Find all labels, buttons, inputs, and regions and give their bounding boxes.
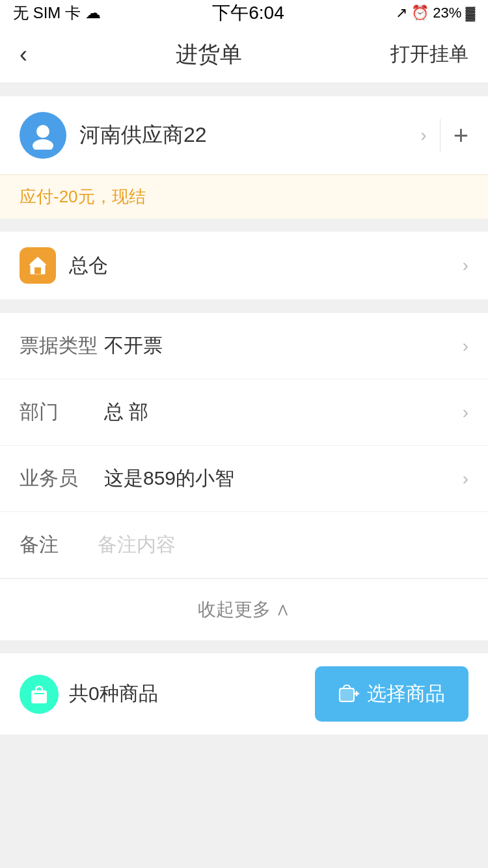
salesman-value: 这是859的小智 <box>104 465 463 492</box>
svg-point-1 <box>33 139 53 150</box>
add-to-cart-icon <box>338 683 360 705</box>
select-product-label: 选择商品 <box>367 681 445 707</box>
department-row[interactable]: 部门 总 部 › <box>0 379 488 446</box>
supplier-avatar <box>20 112 66 159</box>
battery-text: 23% <box>433 5 461 21</box>
salesman-row[interactable]: 业务员 这是859的小智 › <box>0 446 488 512</box>
section-divider-3 <box>0 300 488 313</box>
battery-icon: ▓ <box>465 6 475 21</box>
page-title: 进货单 <box>176 40 242 70</box>
ticket-type-chevron-icon: › <box>463 336 468 357</box>
collapse-button[interactable]: 收起更多 ∧ <box>0 578 488 640</box>
department-chevron-icon: › <box>463 402 468 423</box>
ticket-type-row[interactable]: 票据类型 不开票 › <box>0 313 488 379</box>
warehouse-row[interactable]: 总仓 › <box>0 232 488 300</box>
section-divider-2 <box>0 219 488 232</box>
warehouse-name: 总仓 <box>69 252 463 279</box>
salesman-chevron-icon: › <box>463 468 468 489</box>
add-supplier-button[interactable]: + <box>454 122 468 148</box>
ticket-type-label: 票据类型 <box>20 332 98 359</box>
department-label: 部门 <box>20 399 98 426</box>
svg-rect-6 <box>340 688 354 701</box>
remark-row[interactable]: 备注 备注内容 <box>0 512 488 578</box>
nav-bar: ‹ 进货单 打开挂单 <box>0 26 488 83</box>
svg-rect-5 <box>34 693 44 694</box>
shopping-bag-icon <box>27 683 51 706</box>
svg-rect-3 <box>34 267 41 274</box>
svg-rect-4 <box>31 690 47 703</box>
warehouse-icon-wrap <box>20 247 56 284</box>
supplier-chevron-icon: › <box>420 125 426 146</box>
select-product-button[interactable]: 选择商品 <box>315 666 468 722</box>
status-time: 下午6:04 <box>212 1 284 25</box>
department-value: 总 部 <box>104 399 463 426</box>
remark-placeholder: 备注内容 <box>98 532 176 558</box>
svg-point-0 <box>36 125 49 138</box>
supplier-actions: › + <box>420 119 468 152</box>
location-icon: ↗ <box>396 5 407 21</box>
vertical-divider <box>440 119 441 152</box>
open-pending-button[interactable]: 打开挂单 <box>390 41 468 68</box>
warehouse-chevron-icon: › <box>463 255 468 276</box>
status-right: ↗ ⏰ 23% ▓ <box>396 5 475 21</box>
person-icon <box>29 121 57 150</box>
sim-status: 无 SIM 卡 ☁ <box>13 3 101 23</box>
alarm-icon: ⏰ <box>411 5 429 21</box>
product-count-row: 共0种商品 <box>20 675 158 714</box>
product-count-text: 共0种商品 <box>69 681 158 707</box>
ticket-type-value: 不开票 <box>104 332 463 359</box>
bottom-bar: 共0种商品 选择商品 <box>0 653 488 735</box>
remark-label: 备注 <box>20 532 98 558</box>
notice-banner: 应付-20元，现结 <box>0 174 488 219</box>
supplier-row[interactable]: 河南供应商22 › + <box>0 96 488 174</box>
back-button[interactable]: ‹ <box>20 43 27 66</box>
supplier-name: 河南供应商22 <box>79 121 420 150</box>
status-left: 无 SIM 卡 ☁ <box>13 3 101 23</box>
supplier-section: 河南供应商22 › + 应付-20元，现结 <box>0 96 488 219</box>
product-icon-wrap <box>20 675 59 714</box>
salesman-label: 业务员 <box>20 465 98 492</box>
form-section: 票据类型 不开票 › 部门 总 部 › 业务员 这是859的小智 › 备注 备注… <box>0 313 488 640</box>
section-divider-1 <box>0 83 488 96</box>
house-icon <box>27 254 49 277</box>
status-bar: 无 SIM 卡 ☁ 下午6:04 ↗ ⏰ 23% ▓ <box>0 0 488 26</box>
